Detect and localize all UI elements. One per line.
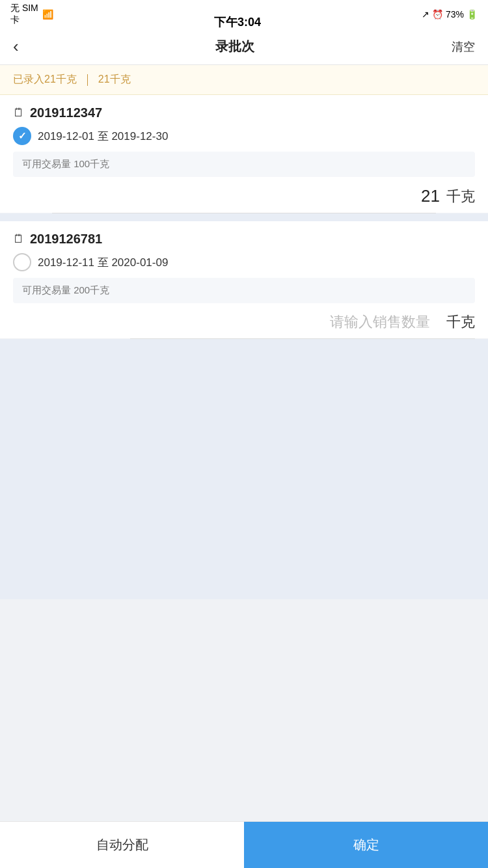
empty-area bbox=[0, 339, 488, 599]
back-button[interactable]: ‹ bbox=[13, 36, 19, 57]
page-title: 录批次 bbox=[215, 38, 254, 55]
batch-1-date-row[interactable]: 2019-12-01 至 2019-12-30 bbox=[13, 127, 475, 145]
batch-2-input-row: 千克 bbox=[0, 303, 488, 338]
batch-item-1: 🗒 2019112347 2019-12-01 至 2019-12-30 可用交… bbox=[0, 95, 488, 177]
batch-1-unit: 千克 bbox=[446, 187, 475, 206]
recorded-amount: 已录入21千克 bbox=[13, 73, 77, 87]
batch-2-radio[interactable] bbox=[13, 253, 31, 271]
status-bar: 无 SIM 卡 📶 下午3:04 ↗ ⏰ 73% 🔋 bbox=[0, 0, 488, 29]
batch-1-quantity-value: 21 bbox=[421, 186, 440, 206]
batch-item-2: 🗒 2019126781 2019-12-11 至 2020-01-09 可用交… bbox=[0, 221, 488, 303]
batch-2-avail: 可用交易量 200千克 bbox=[13, 278, 475, 303]
batch-2-icon: 🗒 bbox=[13, 232, 25, 246]
info-banner: 已录入21千克 21千克 bbox=[0, 65, 488, 95]
status-left: 无 SIM 卡 📶 bbox=[10, 3, 53, 26]
battery-text: 73% bbox=[446, 9, 464, 20]
nav-bar: ‹ 录批次 清空 bbox=[0, 29, 488, 65]
batch-1-date: 2019-12-01 至 2019-12-30 bbox=[38, 129, 168, 144]
batch-2-date: 2019-12-11 至 2020-01-09 bbox=[38, 255, 168, 270]
batch-1-icon: 🗒 bbox=[13, 106, 25, 120]
wifi-icon: 📶 bbox=[42, 9, 53, 20]
battery-icon: 🔋 bbox=[467, 9, 478, 20]
batch-2-header: 🗒 2019126781 bbox=[13, 232, 475, 247]
total-amount: 21千克 bbox=[98, 73, 131, 87]
bottom-bar: 自动分配 确定 bbox=[0, 821, 488, 868]
batch-1-quantity-row: 21 千克 bbox=[0, 177, 488, 213]
content-area: 已录入21千克 21千克 🗒 2019112347 2019-12-01 至 2… bbox=[0, 65, 488, 646]
batch-1-avail: 可用交易量 100千克 bbox=[13, 152, 475, 177]
batch-1-radio[interactable] bbox=[13, 127, 31, 145]
status-time: 下午3:04 bbox=[214, 14, 261, 30]
alarm-icon: ⏰ bbox=[432, 9, 443, 20]
batch-2-quantity-input[interactable] bbox=[310, 314, 440, 331]
auto-distribute-button[interactable]: 自动分配 bbox=[0, 822, 244, 868]
status-right: ↗ ⏰ 73% 🔋 bbox=[422, 9, 478, 20]
batch-2-unit: 千克 bbox=[446, 312, 475, 332]
batch-1-id: 2019112347 bbox=[30, 105, 102, 120]
confirm-button[interactable]: 确定 bbox=[244, 822, 488, 868]
batch-2-id: 2019126781 bbox=[30, 232, 102, 247]
clear-button[interactable]: 清空 bbox=[452, 39, 475, 55]
banner-divider bbox=[87, 74, 88, 86]
no-sim-text: 无 SIM 卡 bbox=[10, 3, 38, 26]
batch-2-date-row[interactable]: 2019-12-11 至 2020-01-09 bbox=[13, 253, 475, 271]
section-divider bbox=[0, 213, 488, 221]
location-icon: ↗ bbox=[422, 9, 429, 20]
batch-1-header: 🗒 2019112347 bbox=[13, 105, 475, 120]
